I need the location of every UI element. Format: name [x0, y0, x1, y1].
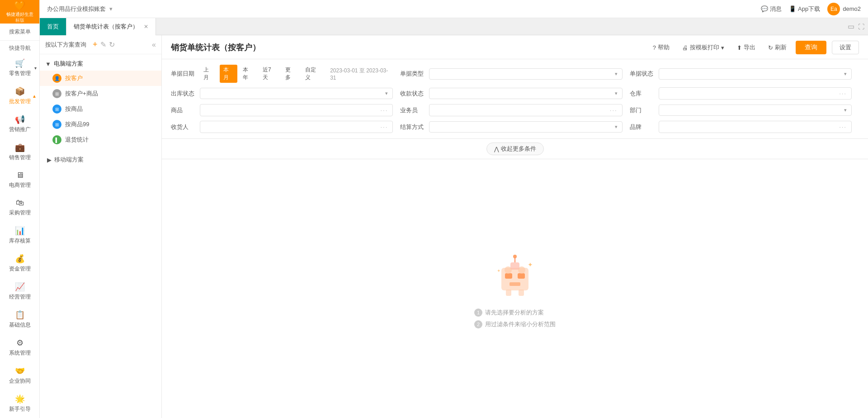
doc-type-input[interactable]: ▾: [429, 68, 622, 80]
collapse-more-btn[interactable]: ⋀ 收起更多条件: [486, 142, 544, 155]
product-input[interactable]: ···: [200, 104, 393, 116]
export-icon: ⬆: [737, 44, 742, 51]
add-scheme-btn[interactable]: +: [93, 40, 98, 49]
download-icon: 📱: [789, 5, 796, 12]
salesperson-input[interactable]: ···: [429, 104, 622, 116]
query-btn[interactable]: 查询: [796, 41, 826, 54]
search-label: 搜索菜单: [9, 28, 31, 35]
tree-item-by-customer[interactable]: 👤 按客户: [40, 71, 161, 86]
header-left: 办公用品行业模拟账套 ▾: [47, 5, 113, 13]
sidebar-nav-label[interactable]: 快捷导航: [0, 41, 39, 54]
tab-minimize-icon[interactable]: ▭: [848, 22, 854, 31]
retail-icon: 🛒: [15, 58, 25, 68]
system-icon: ⚙: [16, 338, 24, 348]
sidebar-item-operation[interactable]: 📈 经营管理: [0, 277, 39, 305]
filter-warehouse: 仓库 ···: [630, 87, 859, 100]
retail-expand-icon: ▾: [34, 66, 37, 71]
top-header: 办公用品行业模拟账套 ▾ 💬 消息 📱 App下载 Ea demo2: [40, 0, 868, 18]
app-logo[interactable]: 🧡 畅捷通好生意 标版: [0, 0, 39, 24]
filter-area: 单据日期 上月 本月 本年 近7天 更多 自定义 2023-03-01 至 20…: [162, 59, 868, 139]
tab-home[interactable]: 首页: [40, 18, 66, 35]
svg-text:✦: ✦: [528, 261, 533, 268]
out-status-input[interactable]: ▾: [200, 88, 393, 99]
home-tab-label: 首页: [47, 23, 59, 31]
sidebar-search[interactable]: 搜索菜单: [0, 24, 39, 41]
logo-text: 畅捷通好生意: [6, 12, 33, 17]
tree-item-by-product[interactable]: ⊞ 按商品: [40, 101, 161, 117]
dept-input[interactable]: ▾: [659, 104, 852, 116]
sidebar-item-purchase[interactable]: 🛍 采购管理: [0, 194, 39, 221]
date-tab-this-month[interactable]: 本月: [220, 65, 238, 83]
print-btn[interactable]: 🖨 按模板打印 ▾: [679, 42, 728, 53]
svg-rect-3: [509, 282, 520, 286]
date-label: 单据日期: [171, 70, 196, 78]
sidebar-item-sales[interactable]: 💼 销售管理: [0, 138, 39, 166]
sidebar-item-newbie[interactable]: 🌟 新手引导: [0, 390, 39, 418]
tab-maximize-icon[interactable]: ⛶: [858, 23, 864, 30]
filter-payment: 结算方式 ▾: [400, 121, 629, 133]
warehouse-input[interactable]: ···: [659, 87, 852, 100]
logo-sub: 标版: [15, 17, 24, 24]
refresh-scheme-btn[interactable]: ↻: [109, 40, 115, 49]
tree-item-by-product99[interactable]: ⊞ 按商品99: [40, 117, 161, 132]
date-tab-last-month[interactable]: 上月: [200, 65, 218, 83]
wholesale-expand-icon: ▲: [32, 94, 37, 99]
sidebar-item-inventory[interactable]: 📊 库存核算: [0, 221, 39, 249]
sidebar-item-system[interactable]: ⚙ 系统管理: [0, 333, 39, 361]
date-tab-this-year[interactable]: 本年: [239, 65, 257, 83]
sidebar-item-marketing[interactable]: 📢 营销推广: [0, 110, 39, 138]
purchase-icon: 🛍: [16, 198, 24, 208]
collapse-arrow-icon: ⋀: [494, 146, 499, 152]
filter-out-status: 出库状态 ▾: [171, 88, 400, 99]
filter-date: 单据日期 上月 本月 本年 近7天 更多 自定义 2023-03-01 至 20…: [171, 65, 400, 83]
help-icon: ?: [653, 44, 656, 51]
dropdown-icon[interactable]: ▾: [109, 5, 113, 12]
svg-point-8: [513, 255, 517, 258]
product-label: 商品: [171, 106, 196, 114]
pc-section-header[interactable]: ▼ 电脑端方案: [40, 57, 161, 71]
user-menu[interactable]: Ea demo2: [827, 3, 861, 15]
message-btn[interactable]: 💬 消息: [761, 5, 782, 13]
refresh-btn[interactable]: ↻ 刷新: [764, 42, 790, 53]
page-actions: ? 帮助 🖨 按模板打印 ▾ ⬆ 导出 ↻ 刷新: [649, 41, 859, 54]
sidebar-item-ecommerce[interactable]: 🖥 电商管理: [0, 166, 39, 194]
date-tab-more[interactable]: 更多: [282, 65, 300, 83]
doc-type-arrow: ▾: [615, 71, 618, 77]
out-status-label: 出库状态: [171, 90, 196, 98]
export-btn[interactable]: ⬆ 导出: [733, 42, 759, 53]
pc-expand-icon: ▼: [45, 61, 51, 67]
refresh-icon: ↻: [768, 44, 773, 51]
tab-sales-stat[interactable]: 销货单统计表（按客户） ✕: [66, 18, 156, 35]
tab-close-icon[interactable]: ✕: [144, 24, 148, 30]
app-download-btn[interactable]: 📱 App下载: [789, 5, 820, 13]
filter-product: 商品 ···: [171, 104, 400, 116]
sidebar-item-wholesale[interactable]: 📦 批发管理 ▲: [0, 82, 39, 110]
pc-section: ▼ 电脑端方案 👤 按客户 ⊞ 按客户+商品 ⊞ 按商品 ⊞ 按商品99: [40, 54, 161, 150]
sidebar-item-basic[interactable]: 📋 基础信息: [0, 305, 39, 333]
payment-arrow: ▾: [615, 124, 618, 130]
print-dropdown-icon: ▾: [721, 44, 724, 51]
date-tab-7days[interactable]: 近7天: [259, 65, 280, 83]
date-tab-custom[interactable]: 自定义: [302, 65, 325, 83]
receipt-status-input[interactable]: ▾: [429, 88, 622, 99]
settings-btn[interactable]: 设置: [832, 41, 859, 54]
edit-scheme-btn[interactable]: ✎: [100, 40, 106, 49]
tree-item-return-stat[interactable]: ▌ 退货统计: [40, 132, 161, 147]
brand-input[interactable]: ···: [659, 121, 852, 133]
doc-status-input[interactable]: ▾: [659, 68, 852, 80]
help-btn[interactable]: ? 帮助: [649, 42, 673, 53]
consignee-input[interactable]: ···: [200, 121, 393, 133]
tree-item-by-customer-product[interactable]: ⊞ 按客户+商品: [40, 86, 161, 101]
sidebar-item-finance[interactable]: 💰 资金管理: [0, 249, 39, 277]
collapse-panel-btn[interactable]: «: [152, 41, 156, 49]
mobile-section-header[interactable]: ▶ 移动端方案: [40, 153, 161, 166]
message-icon: 💬: [761, 5, 768, 12]
payment-input[interactable]: ▾: [429, 121, 622, 133]
doc-status-label: 单据状态: [630, 70, 655, 78]
empty-illustration: ✦ ✦: [488, 245, 542, 299]
return-stat-label: 退货统计: [65, 136, 89, 144]
header-right: 💬 消息 📱 App下载 Ea demo2: [761, 3, 861, 15]
sales-icon: 💼: [15, 142, 25, 152]
sidebar-item-corp[interactable]: 🤝 企业协同: [0, 361, 39, 390]
sidebar-item-retail[interactable]: 🛒 零售管理 ▾: [0, 54, 39, 82]
